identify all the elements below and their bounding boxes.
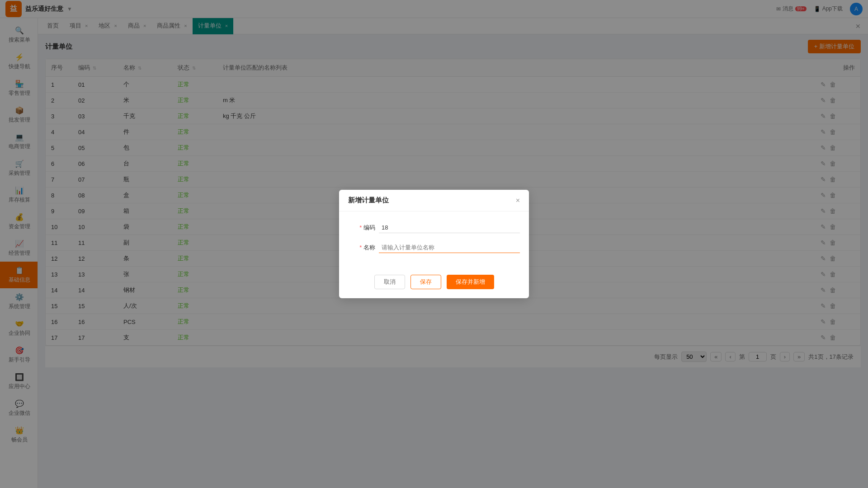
modal-header: 新增计量单位 × — [339, 190, 529, 211]
modal-body: 编码 名称 — [339, 211, 529, 269]
unit-name-input[interactable] — [379, 242, 520, 253]
code-label: 编码 — [348, 224, 375, 232]
code-input[interactable] — [379, 222, 520, 233]
modal-footer: 取消 保存 保存并新增 — [339, 269, 529, 298]
add-unit-modal: 新增计量单位 × 编码 名称 取消 保存 保存并新增 — [339, 190, 529, 298]
cancel-btn[interactable]: 取消 — [374, 275, 405, 289]
code-row: 编码 — [348, 222, 520, 233]
save-and-new-btn[interactable]: 保存并新增 — [447, 275, 494, 289]
modal-overlay: 新增计量单位 × 编码 名称 取消 保存 保存并新增 — [0, 0, 868, 488]
name-label: 名称 — [348, 244, 375, 252]
modal-close-btn[interactable]: × — [516, 197, 520, 205]
save-btn[interactable]: 保存 — [410, 275, 441, 289]
modal-title: 新增计量单位 — [348, 196, 389, 205]
name-row: 名称 — [348, 242, 520, 253]
